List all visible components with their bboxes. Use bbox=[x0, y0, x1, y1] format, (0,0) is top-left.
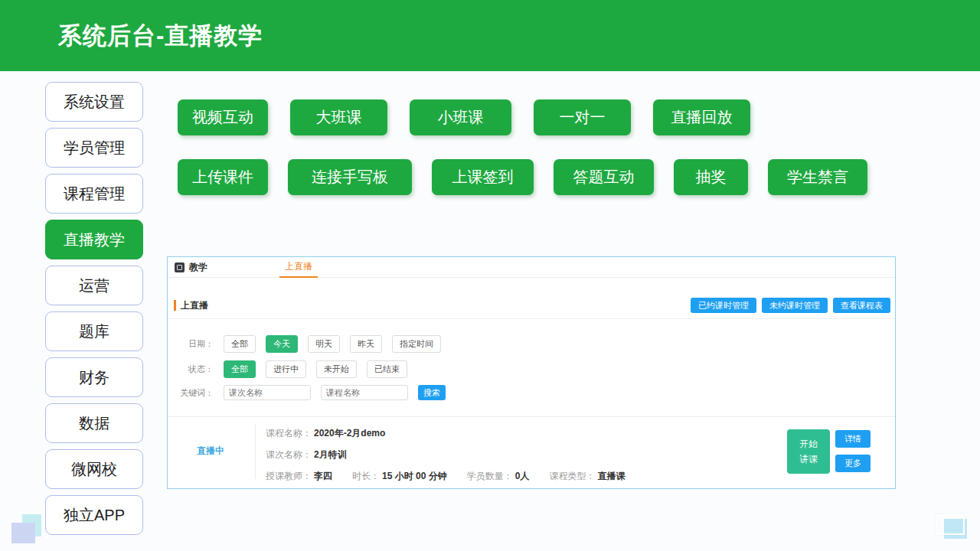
feature-quiz-interaction[interactable]: 答题互动 bbox=[554, 159, 654, 195]
lesson-name-line: 课次名称： 2月特训 bbox=[266, 448, 625, 461]
feature-row-2: 上传课件 连接手写板 上课签到 答题互动 抽奖 学生禁言 bbox=[178, 159, 867, 195]
sidebar-item-standalone-app[interactable]: 独立APP bbox=[45, 495, 143, 535]
page-header: 系统后台-直播教学 bbox=[0, 0, 980, 71]
unbooked-lessons-button[interactable]: 未约课时管理 bbox=[762, 298, 828, 313]
course-name-label: 课程名称： bbox=[266, 427, 312, 440]
feature-upload-courseware[interactable]: 上传课件 bbox=[178, 159, 268, 195]
live-admin-panel: 教学 上直播 上直播 已约课时管理 未约课时管理 查看课程表 日期： 全部 今天… bbox=[167, 256, 896, 489]
feature-small-class[interactable]: 小班课 bbox=[410, 99, 511, 135]
page-title: 系统后台-直播教学 bbox=[58, 0, 263, 71]
feature-one-on-one[interactable]: 一对一 bbox=[534, 99, 631, 135]
tab-go-live[interactable]: 上直播 bbox=[279, 257, 318, 278]
feature-large-class[interactable]: 大班课 bbox=[290, 99, 387, 135]
section-header: 上直播 已约课时管理 未约课时管理 查看课程表 bbox=[174, 297, 890, 314]
more-button[interactable]: 更多 bbox=[835, 455, 871, 472]
students-label: 学员数量： bbox=[467, 470, 513, 483]
feature-live-replay[interactable]: 直播回放 bbox=[653, 99, 750, 135]
course-name-input[interactable] bbox=[321, 385, 408, 400]
booked-lessons-button[interactable]: 已约课时管理 bbox=[691, 298, 756, 313]
feature-class-checkin[interactable]: 上课签到 bbox=[432, 159, 534, 195]
app-label: 教学 bbox=[189, 261, 207, 274]
status-chip-all[interactable]: 全部 bbox=[224, 360, 256, 378]
students-value: 0人 bbox=[515, 470, 530, 483]
start-teaching-line1: 开始 bbox=[799, 439, 818, 449]
view-schedule-button[interactable]: 查看课程表 bbox=[833, 298, 890, 313]
lesson-name-input[interactable] bbox=[224, 385, 311, 400]
keyword-filter-label: 关键词： bbox=[168, 387, 214, 399]
status-filter-label: 状态： bbox=[168, 364, 214, 375]
class-meta-line: 授课教师： 李四 时长： 15 小时 00 分钟 学员数量： 0人 课程类型： … bbox=[266, 470, 625, 483]
detail-button[interactable]: 详情 bbox=[835, 430, 871, 448]
sidebar: 系统设置 学员管理 课程管理 直播教学 运营 题库 财务 数据 微网校 独立AP… bbox=[45, 82, 143, 541]
section-separator bbox=[168, 318, 895, 319]
teaching-app-icon bbox=[175, 262, 185, 272]
date-chip-yesterday[interactable]: 昨天 bbox=[350, 335, 382, 353]
feature-lottery[interactable]: 抽奖 bbox=[674, 159, 748, 195]
lesson-name-value: 2月特训 bbox=[314, 448, 347, 461]
sidebar-item-operations[interactable]: 运营 bbox=[45, 266, 143, 305]
keyword-filter-row: 关键词： 搜索 bbox=[168, 385, 446, 400]
start-teaching-line2: 讲课 bbox=[799, 454, 818, 465]
sidebar-item-data[interactable]: 数据 bbox=[45, 403, 143, 443]
feature-row-1: 视频互动 大班课 小班课 一对一 直播回放 bbox=[178, 99, 750, 135]
date-chip-tomorrow[interactable]: 明天 bbox=[308, 335, 340, 353]
course-type-value: 直播课 bbox=[597, 470, 625, 483]
teacher-value: 李四 bbox=[314, 470, 332, 483]
duration-value: 15 小时 00 分钟 bbox=[382, 470, 447, 483]
status-filter-row: 状态： 全部 进行中 未开始 已结束 bbox=[168, 360, 407, 378]
course-name-line: 课程名称： 2020年-2月demo bbox=[266, 427, 625, 440]
date-chip-today[interactable]: 今天 bbox=[266, 335, 298, 353]
teacher-label: 授课教师： bbox=[266, 470, 312, 483]
start-teaching-button[interactable]: 开始 讲课 bbox=[787, 429, 830, 474]
bottom-left-lavender-square bbox=[11, 523, 35, 543]
date-filter-label: 日期： bbox=[168, 338, 214, 350]
sidebar-item-system-settings[interactable]: 系统设置 bbox=[45, 82, 143, 122]
sidebar-item-finance[interactable]: 财务 bbox=[45, 357, 143, 397]
status-badge: 直播中 bbox=[197, 445, 224, 458]
bottom-right-outline-square bbox=[936, 514, 965, 535]
feature-video-interaction[interactable]: 视频互动 bbox=[178, 99, 268, 135]
search-button[interactable]: 搜索 bbox=[418, 385, 446, 400]
panel-topbar: 教学 bbox=[168, 257, 895, 278]
sidebar-item-micro-school[interactable]: 微网校 bbox=[45, 449, 143, 489]
lesson-name-label: 课次名称： bbox=[266, 448, 312, 461]
feature-connect-tablet[interactable]: 连接手写板 bbox=[288, 159, 412, 195]
status-chip-in-progress[interactable]: 进行中 bbox=[266, 360, 306, 378]
duration-label: 时长： bbox=[352, 470, 380, 483]
date-chip-all[interactable]: 全部 bbox=[224, 335, 256, 353]
date-filter-row: 日期： 全部 今天 明天 昨天 指定时间 bbox=[168, 335, 441, 353]
feature-mute-students[interactable]: 学生禁言 bbox=[768, 159, 867, 195]
page: 系统后台-直播教学 系统设置 学员管理 课程管理 直播教学 运营 题库 财务 数… bbox=[0, 0, 980, 551]
date-chip-custom[interactable]: 指定时间 bbox=[392, 335, 441, 353]
status-chip-not-started[interactable]: 未开始 bbox=[316, 360, 357, 378]
course-type-label: 课程类型： bbox=[549, 470, 595, 483]
section-accent-bar bbox=[174, 300, 176, 311]
status-chip-ended[interactable]: 已结束 bbox=[367, 360, 407, 378]
sidebar-item-question-bank[interactable]: 题库 bbox=[45, 311, 143, 351]
section-title: 上直播 bbox=[181, 299, 208, 312]
row-divider bbox=[255, 424, 256, 479]
sidebar-item-live-teaching[interactable]: 直播教学 bbox=[45, 220, 143, 259]
list-separator bbox=[168, 416, 895, 417]
class-row-details: 课程名称： 2020年-2月demo 课次名称： 2月特训 授课教师： 李四 时… bbox=[266, 427, 625, 483]
course-name-value: 2020年-2月demo bbox=[314, 427, 385, 440]
sidebar-item-student-management[interactable]: 学员管理 bbox=[45, 128, 143, 168]
sidebar-item-course-management[interactable]: 课程管理 bbox=[45, 174, 143, 214]
